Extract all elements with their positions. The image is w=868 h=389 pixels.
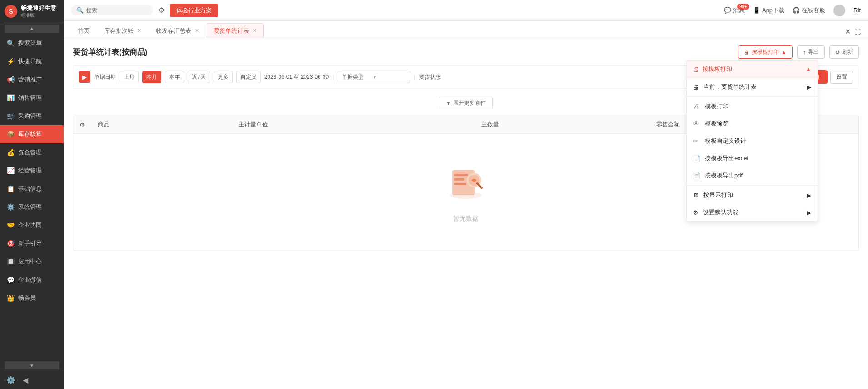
sidebar-item-purchase[interactable]: 🛒 采购管理: [0, 107, 64, 125]
tab-bar-actions: ✕ ⛶: [845, 27, 861, 38]
tab-requisition-stats-close[interactable]: ✕: [253, 28, 257, 34]
app-download-item[interactable]: 📱 App下载: [753, 6, 784, 15]
template-export-pdf-item[interactable]: 📄 按模板导出pdf: [687, 167, 818, 184]
page-title: 要货单统计表(按商品): [73, 47, 147, 57]
print-template-button[interactable]: 🖨 按模板打印 ▲: [738, 45, 793, 59]
template-excel-icon: 📄: [693, 155, 700, 162]
sidebar-item-enterprise[interactable]: 🤝 企业协同: [0, 216, 64, 234]
sidebar-item-label: 资金管理: [18, 148, 42, 157]
header-gear-icon[interactable]: ⚙: [158, 6, 165, 15]
tab-requisition-stats[interactable]: 要货单统计表 ✕: [207, 23, 264, 38]
sidebar-item-sales[interactable]: 📊 销售管理: [0, 89, 64, 107]
sidebar-item-operations[interactable]: 📈 经营管理: [0, 162, 64, 180]
print-dropdown-header[interactable]: 🖨 按模板打印 ▲: [687, 61, 818, 78]
sidebar-item-search[interactable]: 🔍 搜索菜单: [0, 34, 64, 52]
tab-expand-icon[interactable]: ⛶: [854, 28, 861, 35]
sidebar-item-finance[interactable]: 💰 资金管理: [0, 143, 64, 162]
sales-icon: 📊: [6, 94, 15, 101]
messages-item[interactable]: 💬 消息 99+: [724, 6, 745, 15]
settings-footer-icon[interactable]: ⚙️: [6, 376, 15, 384]
sidebar-item-guide[interactable]: 🎯 新手引导: [0, 234, 64, 253]
display-print-expand-icon: ▶: [807, 192, 811, 199]
app-logo-text: 畅捷通好生意 标准版: [21, 5, 56, 18]
col-unit: 主计量单位: [232, 116, 475, 134]
sidebar-item-label: 新手引导: [18, 239, 42, 248]
sidebar: S 畅捷通好生意 标准版 ▲ 🔍 搜索菜单 ⚡ 快捷导航 📢 营销推广 📊 销售…: [0, 0, 64, 389]
online-service-item[interactable]: 🎧 在线客服: [793, 6, 825, 15]
filter-expand-button[interactable]: ▶: [79, 71, 90, 83]
order-type-label: 单据类型: [342, 73, 364, 81]
col-settings-icon[interactable]: ⚙: [80, 121, 85, 128]
set-default-item[interactable]: ⚙ 设置默认功能 ▶: [687, 204, 818, 221]
sidebar-item-basic[interactable]: 📋 基础信息: [0, 180, 64, 198]
user-name[interactable]: Rit: [853, 7, 861, 14]
print-dropdown-title-text: 按模板打印: [703, 65, 732, 73]
custom-date-button[interactable]: 自定义: [236, 71, 261, 83]
svg-rect-4: [454, 183, 466, 185]
purchase-icon: 🛒: [6, 112, 15, 120]
divider-2: [687, 185, 818, 186]
industry-plan-button[interactable]: 体验行业方案: [170, 4, 218, 17]
collapse-footer-icon[interactable]: ◀: [23, 376, 28, 384]
more-date-button[interactable]: 更多: [214, 71, 233, 83]
current-year-button[interactable]: 本年: [165, 71, 184, 83]
expand-more-icon: ▼: [446, 100, 451, 106]
scroll-up-btn[interactable]: ▲: [5, 25, 59, 33]
display-print-item[interactable]: 🖥 按显示打印 ▶: [687, 187, 818, 204]
recent-7-button[interactable]: 近7天: [188, 71, 210, 83]
scroll-down-btn[interactable]: ▼: [5, 361, 59, 369]
tab-receivable-summary-close[interactable]: ✕: [195, 28, 199, 34]
svg-rect-3: [454, 178, 464, 181]
template-preview-icon: 👁: [693, 120, 700, 127]
order-type-chevron: ▼: [373, 75, 377, 80]
expand-more-btn[interactable]: ▼ 展开更多条件: [439, 97, 493, 109]
template-export-excel-item[interactable]: 📄 按模板导出excel: [687, 150, 818, 167]
tab-inventory-batch[interactable]: 库存批次账 ✕: [97, 23, 148, 38]
header-right: 💬 消息 99+ 📱 App下载 🎧 在线客服 Rit: [724, 5, 861, 16]
sidebar-item-app-center[interactable]: 🔲 应用中心: [0, 253, 64, 271]
sidebar-item-label: 快捷导航: [18, 57, 42, 66]
online-service-icon: 🎧: [793, 7, 800, 14]
print-dropdown-icon: 🖨: [693, 66, 699, 73]
template-custom-design-item[interactable]: ✏ 模板自定义设计: [687, 132, 818, 150]
sidebar-item-system[interactable]: ⚙️ 系统管理: [0, 198, 64, 216]
sidebar-item-label: 企业微信: [18, 276, 42, 284]
export-button[interactable]: ↑ 导出: [797, 45, 825, 59]
empty-illustration: [443, 161, 489, 209]
header-search-bar[interactable]: 🔍: [71, 5, 153, 15]
app-download-label: App下载: [762, 6, 784, 15]
tab-close-all-icon[interactable]: ✕: [845, 27, 851, 36]
template-print-item[interactable]: 🖨 模板打印: [687, 98, 818, 115]
order-type-select[interactable]: 单据类型 ▼: [338, 71, 410, 83]
settings-button[interactable]: 设置: [830, 71, 853, 84]
sidebar-scroll-down[interactable]: ▼: [0, 360, 64, 371]
refresh-button[interactable]: ↺ 刷新: [829, 45, 859, 59]
date-range-display: 2023-06-01 至 2023-06-30: [264, 73, 329, 81]
tab-home[interactable]: 首页: [71, 23, 96, 38]
quick-nav-icon: ⚡: [6, 58, 15, 65]
inventory-icon: 📦: [6, 131, 15, 138]
template-preview-item[interactable]: 👁 模板预览: [687, 115, 818, 132]
online-service-label: 在线客服: [802, 6, 825, 15]
prev-month-button[interactable]: 上月: [120, 71, 139, 83]
current-template-item[interactable]: 🖨 当前：要货单统计表 ▶: [687, 78, 818, 96]
sidebar-item-marketing[interactable]: 📢 营销推广: [0, 71, 64, 89]
sidebar-item-enterprise-wechat[interactable]: 💬 企业微信: [0, 271, 64, 289]
user-avatar[interactable]: [833, 5, 845, 16]
sidebar-footer: ⚙️ ◀: [0, 371, 64, 389]
tab-inventory-batch-close[interactable]: ✕: [137, 28, 141, 34]
tab-receivable-summary[interactable]: 收发存汇总表 ✕: [149, 23, 206, 38]
print-icon: 🖨: [744, 49, 749, 56]
enterprise-icon: 🤝: [6, 222, 15, 229]
template-print-icon: 🖨: [693, 103, 700, 110]
sidebar-item-inventory[interactable]: 📦 库存核算: [0, 125, 64, 143]
print-chevron-icon: ▲: [781, 49, 787, 56]
sidebar-item-quick-nav[interactable]: ⚡ 快捷导航: [0, 52, 64, 71]
template-excel-label: 按模板导出excel: [705, 154, 748, 162]
operations-icon: 📈: [6, 167, 15, 174]
header-search-input[interactable]: [86, 7, 147, 14]
sidebar-item-member[interactable]: 👑 畅会员: [0, 289, 64, 307]
sidebar-scroll-up[interactable]: ▲: [0, 23, 64, 34]
current-month-button[interactable]: 本月: [142, 71, 161, 83]
marketing-icon: 📢: [6, 76, 15, 83]
